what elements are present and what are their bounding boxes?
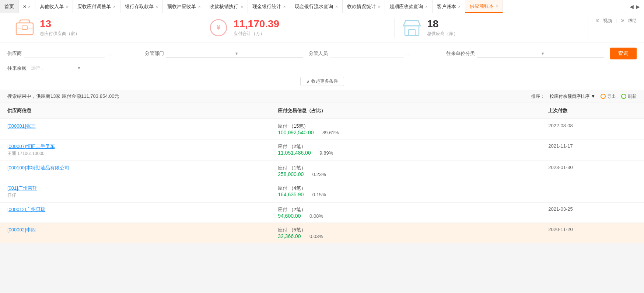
close-icon[interactable]: × [113,4,115,9]
nav-supplier-book[interactable]: 供应商账本 × [465,0,503,13]
tx-percent: 0.03% [309,234,323,239]
nav-arrows: ◀ ▶ [626,4,644,10]
unit-cat-dropdown-icon: ▼ [541,51,602,56]
supplier-input[interactable] [24,49,105,58]
top-right-links: ⊙ 视频 | ⊙ 帮助 [588,18,637,24]
filter-dept: 分管部门 ▼ [145,50,303,58]
stat-card-payable-suppliers: 13 总应付供应商（家） [7,18,201,38]
tx-count: （2笔） [289,207,306,212]
result-actions: 排序： 按应付余额倒序排序 ▼ 导出 刷新 [531,93,637,100]
close-icon[interactable]: × [156,4,158,9]
close-icon[interactable]: × [335,4,337,9]
nav-customer-book[interactable]: 客户账本 × [433,0,465,13]
tx-info: 应付 （4笔） [278,185,533,192]
close-icon[interactable]: × [425,4,427,9]
last-payment-cell [541,181,644,203]
close-icon[interactable]: × [496,4,498,8]
nav-cash-flow[interactable]: 现金银行流水查询 × [290,0,342,13]
th-supplier-info: 供应商信息 [0,103,270,119]
person-dots: ... [406,50,411,57]
tx-cell: 应付 （15笔） 100,092,540.00 89.61% [270,119,541,139]
payable-total-label: 应付合计（万） [234,31,280,37]
query-button[interactable]: 查询 [610,48,637,59]
supplier-link[interactable]: [000002]李四 [7,227,36,232]
help-icon: ⊙ [620,18,624,24]
supplier-cell: [001]广州荣轩仔仔 [0,181,270,203]
nav-ar-ap-adjust[interactable]: 应收应付调整单 × [73,0,120,13]
supplier-link[interactable]: [000012]广州贝瑞 [7,207,45,212]
dept-dropdown-icon: ▼ [235,51,301,56]
filter-supplier: 供应商 ... [7,49,139,58]
tx-amount: 94,600.00 [278,213,301,219]
video-link[interactable]: 视频 [603,18,612,24]
stat-card-payable-total: ¥ 11,170.39 应付合计（万） [201,18,395,38]
close-icon[interactable]: × [198,4,200,9]
person-input[interactable] [330,49,404,58]
unit-cat-label: 往来单位分类 [446,50,475,57]
nav-receipt-stat[interactable]: 收款情况统计 × [343,0,385,13]
last-payment-cell: 2020-11-20 [541,223,644,243]
collapse-button[interactable]: ∧ 收起更多条件 [300,77,344,86]
dept-select[interactable]: ▼ [166,50,303,58]
collapse-bar: ∧ 收起更多条件 [7,77,637,86]
nav-receipt-exec[interactable]: 收款核销执行 × [205,0,248,13]
tx-cell: 应付 （4笔） 164,635.90 0.15% [270,181,541,203]
nav-arrow-left[interactable]: ◀ [629,4,635,10]
tx-label: 应付 [278,185,287,191]
supplier-link[interactable]: [000001]张三 [7,123,36,129]
close-icon[interactable]: × [283,4,286,9]
filter-row-1: 供应商 ... 分管部门 ▼ 分管人员 ... 往来单位分类 ▼ 查询 [7,48,637,59]
tx-percent: 0.08% [309,213,323,219]
svg-text:¥: ¥ [217,24,220,31]
table-row: [001]广州荣轩仔仔 应付 （4笔） 164,635.90 0.15% [0,181,644,203]
supplier-icon [15,18,35,38]
help-link[interactable]: 帮助 [628,18,637,24]
supplier-link[interactable]: [000007]恒旺二手叉车 [7,144,55,149]
video-icon: ⊙ [596,18,599,24]
unit-cat-select[interactable]: ▼ [477,50,604,58]
last-payment-date: 2023-01-30 [548,165,573,170]
tx-label: 应付 [278,207,287,212]
close-icon[interactable]: × [458,4,461,9]
last-payment-cell: 2021-11-17 [541,139,644,161]
supplier-link[interactable]: [000100]本特勤油品有限公司 [7,165,69,170]
close-icon[interactable]: × [241,4,243,9]
balance-select[interactable]: 选择... ▼ [29,63,125,73]
refresh-button[interactable]: 刷新 [621,93,637,100]
tx-info: 应付 （2笔） [278,143,533,150]
tx-amount: 258,000.00 [278,171,304,177]
table-row: [000002]李四 应付 （5笔） 32,366.00 0.03% 2020-… [0,223,644,243]
nav-overdue-ar[interactable]: 超期应收款查询 × [385,0,432,13]
last-payment-date: 2021-11-17 [548,143,573,149]
supplier-link[interactable]: [001]广州荣轩 [7,185,37,191]
nav-bank-deposit[interactable]: 银行存取款单 × [120,0,163,13]
supplier-cell: [000012]广州贝瑞 [0,203,270,223]
stat-content-total-s: 18 总供应商（家） [427,18,458,37]
tx-percent: 0.15% [312,192,326,197]
close-icon[interactable]: × [378,4,380,9]
payable-suppliers-label: 总应付供应商（家） [40,31,80,37]
balance-placeholder: 选择... [31,65,77,71]
nav-tab3[interactable]: 3 × [19,0,35,13]
tx-count: （5笔） [289,227,306,232]
sort-select[interactable]: 按应付余额倒序排序 ▼ [550,93,595,100]
nav-cash-bank-stat[interactable]: 现金银行统计 × [248,0,290,13]
tx-label: 应付 [278,123,287,129]
nav-home[interactable]: 首页 [0,0,19,13]
supplier-cell: [000001]张三 [0,119,270,139]
export-button[interactable]: 导出 [601,93,616,100]
svg-rect-7 [409,30,415,35]
tx-cell: 应付 （1笔） 258,000.00 0.23% [270,161,541,181]
table-row: [000001]张三 应付 （15笔） 100,092,540.00 89.61… [0,119,644,139]
close-icon[interactable]: × [66,4,68,9]
filter-person: 分管人员 ... [309,49,440,58]
tx-percent: 9.89% [319,150,333,156]
nav-prepay-ar[interactable]: 预收冲应收单 × [163,0,205,13]
tx-label: 应付 [278,227,287,232]
filter-unit-category: 往来单位分类 ▼ [446,50,604,58]
nav-arrow-right[interactable]: ▶ [635,4,641,10]
sort-dropdown-icon: ▼ [591,94,595,99]
close-icon[interactable]: × [28,4,30,9]
tx-info: 应付 （2笔） [278,206,533,213]
nav-other-income[interactable]: 其他收入单 × [35,0,73,13]
